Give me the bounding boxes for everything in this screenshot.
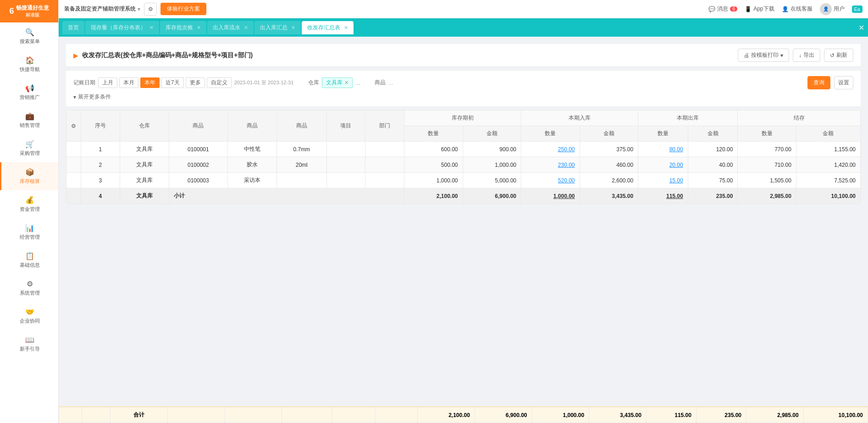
row-2-out-qty-link[interactable]: 20.00 bbox=[669, 162, 683, 168]
warehouse-more-dots[interactable]: ... bbox=[355, 80, 360, 86]
data-table: ⚙ 序号 仓库 商品 商品 商品 项目 部门 库存期初 本期入库 本期出库 bbox=[66, 110, 861, 204]
col-out-amt: 金额 bbox=[688, 126, 738, 142]
sidebar-item-label: 库存核算 bbox=[20, 178, 40, 185]
row-1-out-qty[interactable]: 80.00 bbox=[638, 142, 688, 157]
tab-close-icon[interactable]: ✕ bbox=[244, 25, 248, 31]
tab-batch[interactable]: 库存批次账 ✕ bbox=[160, 21, 206, 34]
online-service-button[interactable]: 👤 在线客服 bbox=[782, 5, 813, 13]
row-3-out-qty-link[interactable]: 15.00 bbox=[669, 177, 683, 184]
trial-button[interactable]: 体验行业方案 bbox=[160, 3, 206, 15]
print-button[interactable]: 🖨 按模板打印 ▾ bbox=[738, 49, 789, 62]
sidebar-item-basic-info[interactable]: 📋 基础信息 bbox=[0, 246, 58, 274]
row-1-in-qty[interactable]: 250.00 bbox=[521, 142, 580, 157]
tab-close-icon[interactable]: ✕ bbox=[344, 25, 348, 31]
filter-settings-button[interactable]: 设置 bbox=[834, 76, 853, 89]
close-all-tabs-button[interactable]: ✕ bbox=[858, 23, 864, 32]
row-3-dept bbox=[365, 173, 404, 188]
row-3-out-qty[interactable]: 15.00 bbox=[638, 173, 688, 188]
tab-in-out-flow[interactable]: 出入库流水 ✕ bbox=[207, 21, 254, 34]
date-label: 记账日期 bbox=[73, 79, 95, 87]
col-out-qty: 数量 bbox=[638, 126, 688, 142]
newbie-icon: 📖 bbox=[25, 335, 34, 344]
row-2-project bbox=[326, 157, 365, 173]
this-year-btn[interactable]: 本年 bbox=[140, 77, 160, 88]
expand-conditions-button[interactable]: ▾ 展开更多条件 bbox=[73, 93, 853, 101]
sidebar-item-enterprise[interactable]: 🤝 企业协同 bbox=[0, 302, 58, 330]
row-1-out-qty-link[interactable]: 80.00 bbox=[669, 146, 683, 153]
message-button[interactable]: 💬 消息 6 bbox=[708, 5, 737, 13]
warehouse-label: 仓库 bbox=[308, 79, 319, 87]
system-title-select[interactable]: 装备及固定资产辅助管理系统 ▾ bbox=[64, 5, 140, 13]
sidebar-item-label: 新手引导 bbox=[20, 346, 40, 352]
sidebar-item-newbie[interactable]: 📖 新手引导 bbox=[0, 330, 58, 358]
purchase-icon: 🛒 bbox=[25, 140, 34, 148]
col-group-in: 本期入库 bbox=[521, 110, 638, 126]
sidebar-item-system[interactable]: ⚙ 系统管理 bbox=[0, 274, 58, 302]
user-ea-badge: Ea bbox=[852, 5, 862, 13]
sidebar-item-inventory[interactable]: 📦 库存核算 bbox=[0, 162, 58, 190]
sidebar-item-marketing[interactable]: 📢 营销推广 bbox=[0, 78, 58, 106]
warehouse-remove-btn[interactable]: ✕ bbox=[344, 80, 348, 86]
app-download-button[interactable]: 📱 App下载 bbox=[745, 5, 774, 13]
export-button[interactable]: ↓ 导出 bbox=[793, 49, 820, 62]
row-3-in-qty-link[interactable]: 520.00 bbox=[558, 177, 575, 184]
goods-more-dots[interactable]: ... bbox=[388, 80, 393, 86]
sidebar-item-quick-nav[interactable]: 🏠 快捷导航 bbox=[0, 50, 58, 78]
tab-label: 库存批次账 bbox=[166, 24, 193, 32]
sidebar-item-search[interactable]: 🔍 搜索菜单 bbox=[0, 22, 58, 50]
tab-close-icon[interactable]: ✕ bbox=[197, 25, 201, 31]
col-header-project: 项目 bbox=[326, 110, 365, 142]
row-3-in-qty[interactable]: 520.00 bbox=[521, 173, 580, 188]
tab-recv-send-summary[interactable]: 收发存汇总表 ✕ bbox=[302, 21, 354, 34]
footer-bal-amt: 10,100.00 bbox=[803, 407, 868, 423]
top-bar: 装备及固定资产辅助管理系统 ▾ ⚙ 体验行业方案 💬 消息 6 📱 App下载 … bbox=[59, 0, 868, 18]
footer-empty3 bbox=[167, 407, 225, 423]
row-2-out-qty[interactable]: 20.00 bbox=[638, 157, 688, 173]
footer-in-amt: 3,435.00 bbox=[589, 407, 647, 423]
tab-inventory-dist[interactable]: 现存量（库存分布表） ✕ bbox=[85, 21, 159, 34]
subtotal-out-qty: 115.00 bbox=[638, 188, 688, 204]
query-button[interactable]: 查询 bbox=[807, 76, 830, 89]
sidebar-item-label: 搜索菜单 bbox=[20, 38, 40, 45]
sidebar-item-operation[interactable]: 📊 经营管理 bbox=[0, 218, 58, 246]
row-2-in-qty-link[interactable]: 230.00 bbox=[558, 162, 575, 168]
home-icon: 🏠 bbox=[25, 56, 34, 65]
subtotal-no: 4 bbox=[81, 188, 120, 204]
message-icon: 💬 bbox=[708, 6, 715, 12]
user-menu[interactable]: 👤 用户 bbox=[820, 3, 845, 15]
tab-close-icon[interactable]: ✕ bbox=[149, 25, 154, 31]
subtotal-in-amt: 3,435.00 bbox=[580, 188, 638, 204]
row-2-in-qty[interactable]: 230.00 bbox=[521, 157, 580, 173]
table-settings-col[interactable]: ⚙ bbox=[66, 110, 81, 142]
refresh-button[interactable]: ↺ 刷新 bbox=[824, 49, 853, 62]
collapse-icon[interactable]: ▶ bbox=[73, 52, 78, 59]
sidebar-item-label: 经营管理 bbox=[20, 234, 40, 241]
footer-total-label: 合计 bbox=[111, 407, 168, 423]
more-btn[interactable]: 更多 bbox=[186, 77, 205, 88]
table-row: 3 文具库 0100003 采访本 1,000.00 5,000.00 520.… bbox=[66, 173, 861, 188]
settings-button[interactable]: ⚙ bbox=[144, 3, 157, 16]
dropdown-chevron: ▾ bbox=[780, 52, 783, 59]
last-month-btn[interactable]: 上月 bbox=[98, 77, 117, 88]
app-download-label: App下载 bbox=[753, 5, 774, 13]
footer-out-qty: 115.00 bbox=[646, 407, 696, 423]
table-settings-icon[interactable]: ⚙ bbox=[71, 123, 76, 129]
tab-in-out-summary[interactable]: 出入库汇总 ✕ bbox=[254, 21, 301, 34]
row-1-in-qty-link[interactable]: 250.00 bbox=[558, 146, 575, 153]
row-3-out-amt: 75.00 bbox=[688, 173, 738, 188]
basic-info-icon: 📋 bbox=[25, 252, 34, 260]
refresh-icon: ↺ bbox=[830, 52, 835, 59]
sidebar-item-finance[interactable]: 💰 资金管理 bbox=[0, 190, 58, 218]
tab-home[interactable]: 首页 bbox=[62, 21, 84, 34]
sidebar-item-purchase[interactable]: 🛒 采购管理 bbox=[0, 134, 58, 162]
custom-btn[interactable]: 自定义 bbox=[207, 77, 232, 88]
row-3-bal-amt: 7,525.00 bbox=[796, 173, 860, 188]
refresh-label: 刷新 bbox=[836, 51, 847, 59]
sidebar-item-label: 资金管理 bbox=[20, 206, 40, 213]
sidebar-item-sales[interactable]: 💼 销售管理 bbox=[0, 106, 58, 134]
this-month-btn[interactable]: 本月 bbox=[119, 77, 138, 88]
app-logo[interactable]: 6 畅捷通好生意 标准版 bbox=[0, 0, 58, 22]
tab-close-icon[interactable]: ✕ bbox=[291, 25, 295, 31]
online-service-label: 在线客服 bbox=[791, 5, 813, 13]
last-7-days-btn[interactable]: 近7天 bbox=[161, 77, 184, 88]
